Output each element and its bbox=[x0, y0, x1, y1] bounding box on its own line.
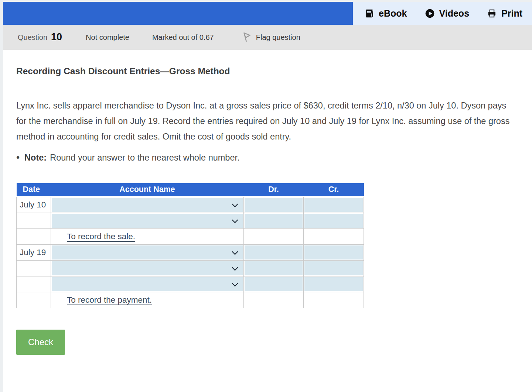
dr-input[interactable] bbox=[245, 245, 303, 259]
dr-input[interactable] bbox=[245, 214, 303, 228]
header-actions: eBook Videos bbox=[353, 2, 532, 25]
dr-cell-static bbox=[244, 292, 304, 308]
bullet-icon: • bbox=[16, 149, 20, 165]
cr-input[interactable] bbox=[304, 198, 363, 212]
account-select[interactable] bbox=[52, 261, 243, 275]
account-select[interactable] bbox=[52, 245, 243, 259]
date-cell bbox=[17, 276, 51, 292]
date-cell bbox=[17, 260, 51, 276]
cr-cell-static bbox=[304, 228, 364, 244]
ebook-label: eBook bbox=[379, 8, 407, 19]
account-select[interactable] bbox=[52, 198, 243, 212]
ebook-icon bbox=[364, 8, 374, 18]
dr-cell-static bbox=[244, 228, 304, 244]
question-status: Not complete bbox=[86, 33, 129, 42]
app-header: eBook Videos bbox=[3, 2, 532, 25]
date-cell bbox=[17, 213, 51, 228]
chevron-down-icon bbox=[232, 201, 238, 207]
videos-label: Videos bbox=[439, 8, 470, 19]
flag-icon bbox=[242, 32, 252, 43]
flag-question-link[interactable]: Flag question bbox=[242, 32, 300, 43]
chevron-down-icon bbox=[232, 217, 238, 223]
cr-input[interactable] bbox=[304, 277, 363, 291]
flag-label: Flag question bbox=[256, 33, 300, 42]
chevron-down-icon bbox=[232, 248, 238, 255]
memo-text: To record the payment. bbox=[67, 295, 152, 305]
cr-input[interactable] bbox=[304, 261, 363, 275]
memo-text: To record the sale. bbox=[67, 232, 135, 241]
cr-cell-static bbox=[304, 292, 364, 308]
journal-entry-table: Date Account Name Dr. Cr. July 10 bbox=[16, 183, 364, 308]
page: eBook Videos bbox=[3, 2, 532, 392]
header-date: Date bbox=[17, 183, 51, 196]
dr-input[interactable] bbox=[245, 261, 303, 275]
note-label: Note: bbox=[24, 153, 47, 162]
cr-input[interactable] bbox=[304, 245, 363, 259]
date-cell bbox=[17, 228, 51, 244]
ebook-link[interactable]: eBook bbox=[364, 8, 407, 19]
date-cell bbox=[17, 292, 51, 308]
question-meta-bar: Question 10 Not complete Marked out of 0… bbox=[3, 25, 532, 50]
videos-link[interactable]: Videos bbox=[425, 8, 470, 19]
question-content: Recording Cash Discount Entries—Gross Me… bbox=[3, 50, 532, 355]
header-dr: Dr. bbox=[244, 183, 304, 196]
question-note: • Note:Round your answer to the nearest … bbox=[16, 149, 519, 165]
dr-input[interactable] bbox=[245, 198, 303, 212]
header-account-name: Account Name bbox=[51, 183, 244, 196]
cr-input[interactable] bbox=[304, 214, 363, 228]
videos-icon bbox=[425, 8, 435, 18]
date-cell: July 19 bbox=[17, 244, 51, 260]
header-blue-bar bbox=[3, 2, 353, 25]
question-body: Lynx Inc. sells apparel merchandise to D… bbox=[16, 98, 519, 144]
print-link[interactable]: Print bbox=[487, 8, 522, 19]
note-text: Round your answer to the nearest whole n… bbox=[50, 153, 239, 162]
table-row bbox=[17, 276, 364, 292]
chevron-down-icon bbox=[232, 264, 238, 271]
table-row: To record the sale. bbox=[17, 228, 364, 244]
table-row: To record the payment. bbox=[17, 292, 364, 308]
table-row bbox=[17, 260, 364, 276]
check-button[interactable]: Check bbox=[16, 330, 65, 355]
print-icon bbox=[487, 8, 497, 18]
account-select[interactable] bbox=[52, 277, 243, 291]
question-title: Recording Cash Discount Entries—Gross Me… bbox=[16, 50, 519, 76]
chevron-down-icon bbox=[232, 280, 238, 286]
question-marks: Marked out of 0.67 bbox=[152, 33, 214, 42]
account-select[interactable] bbox=[52, 214, 243, 228]
table-row bbox=[17, 213, 364, 228]
table-header-row: Date Account Name Dr. Cr. bbox=[17, 183, 364, 196]
question-label: Question bbox=[18, 33, 47, 42]
header-cr: Cr. bbox=[304, 183, 364, 196]
table-row: July 19 bbox=[17, 244, 364, 260]
table-row: July 10 bbox=[17, 196, 364, 213]
date-cell: July 10 bbox=[17, 196, 51, 213]
dr-input[interactable] bbox=[245, 277, 303, 291]
print-label: Print bbox=[501, 8, 522, 19]
question-number: 10 bbox=[51, 31, 62, 43]
